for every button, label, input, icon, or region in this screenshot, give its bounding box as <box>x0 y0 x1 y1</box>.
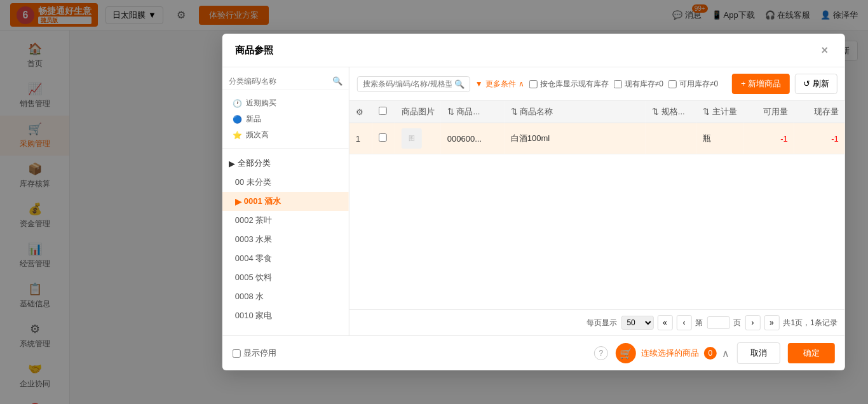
pagination: 每页显示 50 100 « ‹ 第 1 页 › » 共1页，1条记录 <box>349 309 845 335</box>
first-page-button[interactable]: « <box>657 315 672 330</box>
available-stock-checkbox[interactable]: 可用库存≠0 <box>668 79 718 90</box>
search-icon[interactable]: 🔍 <box>332 76 342 86</box>
col-stock-label: 现存量 <box>814 107 839 116</box>
category-search-area: 🔍 <box>222 72 349 90</box>
table-row[interactable]: 1 图 000600... 白酒100ml 瓶 -1 -1 <box>349 123 845 154</box>
new-icon: 🔵 <box>233 115 242 124</box>
col-available: 可用量 <box>743 101 794 123</box>
help-icon[interactable]: ? <box>594 346 608 360</box>
show-disabled-check[interactable] <box>233 349 241 358</box>
sort-icon: ⇅ <box>652 107 659 116</box>
triangle-right-icon: ▶ <box>235 197 241 206</box>
warehouse-stock-checkbox[interactable]: 按仓库显示现有库存 <box>529 79 609 90</box>
row-product-name: 白酒100ml <box>505 123 646 154</box>
triangle-right-icon: ▶ <box>229 159 235 168</box>
quick-recent-purchases[interactable]: 🕐 近期购买 <box>229 95 342 111</box>
current-stock-label: 现有库存≠0 <box>625 79 663 90</box>
cancel-button[interactable]: 取消 <box>737 342 780 364</box>
col-unit[interactable]: ⇅ 主计量 <box>696 101 743 123</box>
cat-item-label: 0001 酒水 <box>244 196 281 207</box>
product-panel: 🔍 ▼ 更多条件 ∧ 按仓库显示现有库存 现有库存≠0 可用库存≠0 <box>349 67 845 335</box>
prev-page-button[interactable]: ‹ <box>676 315 691 330</box>
col-product-name[interactable]: ⇅ 商品名称 <box>505 101 646 123</box>
footer-right: ? 🛒 连续选择的商品 0 ∧ 取消 确定 <box>594 342 835 364</box>
category-item-2[interactable]: 0002 茶叶 <box>222 211 349 230</box>
collapse-up-icon[interactable]: ∧ <box>722 347 729 360</box>
category-item-0[interactable]: 00 未分类 <box>222 173 349 192</box>
sort-icon: ⇅ <box>447 107 454 116</box>
row-checkbox[interactable] <box>372 123 395 154</box>
row-available: -1 <box>743 123 794 154</box>
add-product-button[interactable]: + 新增商品 <box>732 74 790 94</box>
refresh-button[interactable]: ↺ 刷新 <box>795 74 837 94</box>
product-search-box: 🔍 <box>357 76 470 92</box>
category-item-3[interactable]: 0003 水果 <box>222 230 349 249</box>
category-item-4[interactable]: 0004 零食 <box>222 249 349 268</box>
show-disabled-label: 显示停用 <box>243 347 276 359</box>
table-header-row: ⚙ 商品图片 ⇅ 商品... ⇅ 商品名称 <box>349 101 845 123</box>
cat-item-label: 0002 茶叶 <box>235 215 273 225</box>
category-search-input[interactable] <box>229 77 330 86</box>
footer-left: 显示停用 <box>233 347 276 359</box>
quick-new-products[interactable]: 🔵 新品 <box>229 111 342 127</box>
col-spec-label: 规格... <box>661 107 685 116</box>
current-stock-check[interactable] <box>614 80 622 88</box>
category-item-7[interactable]: 0010 家电 <box>222 306 349 325</box>
per-page-select[interactable]: 50 100 <box>621 316 653 330</box>
page-label: 第 <box>695 318 703 328</box>
per-page-label: 每页显示 <box>587 318 617 328</box>
category-item-1[interactable]: ▶ 0001 酒水 <box>222 192 349 211</box>
cat-item-label: 0010 家电 <box>235 311 273 320</box>
select-all-checkbox[interactable] <box>379 107 387 115</box>
filter-arrow-icon: ∧ <box>519 79 524 88</box>
row-unit: 瓶 <box>696 123 743 154</box>
col-product-code[interactable]: ⇅ 商品... <box>441 101 505 123</box>
modal-close-button[interactable]: × <box>817 43 832 58</box>
col-product-spec[interactable]: ⇅ 规格... <box>646 101 696 123</box>
toolbar-right: + 新增商品 ↺ 刷新 <box>732 74 837 94</box>
clock-icon: 🕐 <box>233 99 242 108</box>
row-product-spec <box>646 123 696 154</box>
quick-item-label: 频次高 <box>246 130 269 140</box>
category-item-5[interactable]: 0005 饮料 <box>222 268 349 287</box>
all-categories-label: 全部分类 <box>238 158 271 169</box>
col-settings[interactable]: ⚙ <box>349 101 372 123</box>
search-icon[interactable]: 🔍 <box>454 79 465 89</box>
total-pages: 共1页，1条记录 <box>783 318 837 328</box>
available-stock-check[interactable] <box>668 80 677 88</box>
product-search-input[interactable] <box>363 79 452 88</box>
cat-item-label: 0005 饮料 <box>235 273 273 282</box>
cart-count: 0 <box>704 347 717 360</box>
current-stock-checkbox[interactable]: 现有库存≠0 <box>614 79 663 90</box>
modal-header: 商品参照 × <box>222 34 845 67</box>
product-img-placeholder: 图 <box>402 128 422 149</box>
warehouse-stock-label: 按仓库显示现有库存 <box>540 79 609 90</box>
confirm-button[interactable]: 确定 <box>788 343 835 363</box>
cat-item-label: 0003 水果 <box>235 234 273 244</box>
row-product-code: 000600... <box>441 123 505 154</box>
col-select-all[interactable] <box>372 101 395 123</box>
more-filters-button[interactable]: ▼ 更多条件 ∧ <box>475 79 524 90</box>
quick-item-label: 近期购买 <box>246 98 276 109</box>
modal-title: 商品参照 <box>235 44 273 57</box>
last-page-button[interactable]: » <box>764 315 779 330</box>
product-reference-modal: 商品参照 × 🔍 🕐 近期购买 🔵 新品 ⭐ 频次高 <box>222 34 845 370</box>
category-panel: 🔍 🕐 近期购买 🔵 新品 ⭐ 频次高 ▶ 全部分类 <box>222 67 349 335</box>
cart-icon[interactable]: 🛒 <box>616 343 636 363</box>
warehouse-stock-check[interactable] <box>529 80 538 88</box>
filter-icon: ▼ <box>475 79 483 88</box>
available-stock-label: 可用库存≠0 <box>679 79 718 90</box>
row-select-checkbox[interactable] <box>379 133 387 142</box>
product-data-table: ⚙ 商品图片 ⇅ 商品... ⇅ 商品名称 <box>349 101 845 154</box>
sort-icon: ⇅ <box>703 107 710 116</box>
star-icon: ⭐ <box>233 131 242 140</box>
collapse-panel-button[interactable]: « <box>349 189 349 214</box>
all-categories-toggle[interactable]: ▶ 全部分类 <box>222 154 349 173</box>
col-avail-label: 可用量 <box>763 107 788 116</box>
col-product-image: 商品图片 <box>395 101 441 123</box>
next-page-button[interactable]: › <box>745 315 760 330</box>
category-item-6[interactable]: 0008 水 <box>222 287 349 306</box>
quick-high-frequency[interactable]: ⭐ 频次高 <box>229 127 342 143</box>
show-disabled-checkbox[interactable]: 显示停用 <box>233 347 276 359</box>
page-number-input[interactable]: 1 <box>707 316 729 329</box>
